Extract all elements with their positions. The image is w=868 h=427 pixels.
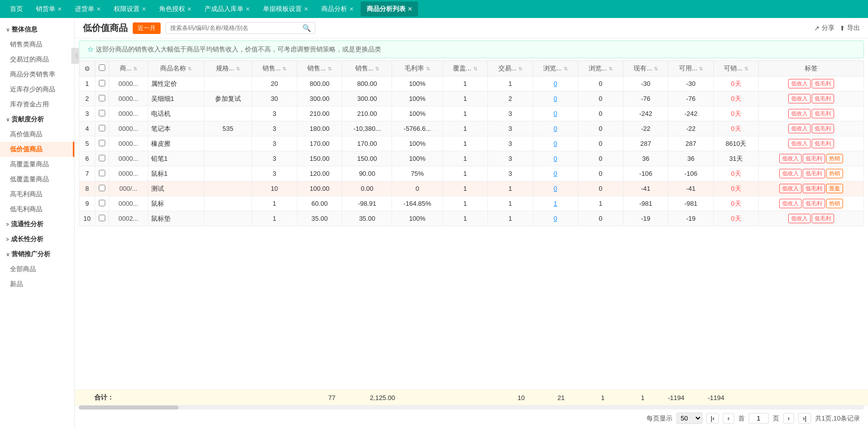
cell-checkbox[interactable] xyxy=(95,136,109,151)
col-gear[interactable]: ⚙ xyxy=(79,61,95,76)
nav-permission-close[interactable]: ✕ xyxy=(142,6,146,12)
browse1-link[interactable]: 0 xyxy=(554,95,557,102)
sidebar-item-stock-fund[interactable]: 库存资金占用 xyxy=(0,97,74,112)
cell-checkbox[interactable] xyxy=(95,181,109,196)
cell-browse1[interactable]: 0 xyxy=(533,181,578,196)
col-sales-amount[interactable]: 销售... ⇅ xyxy=(297,61,342,76)
row-checkbox[interactable] xyxy=(99,185,105,191)
last-page-button[interactable]: ›| xyxy=(798,413,811,424)
cell-checkbox[interactable] xyxy=(95,106,109,121)
search-icon[interactable]: 🔍 xyxy=(302,24,311,32)
sidebar-item-low-coverage[interactable]: 低覆盖量商品 xyxy=(0,172,74,187)
sidebar-item-high-coverage[interactable]: 高覆盖量商品 xyxy=(0,157,74,172)
sidebar-toggle[interactable]: 《 xyxy=(71,48,79,64)
row-checkbox[interactable] xyxy=(99,125,105,131)
col-margin[interactable]: 毛利率 ⇅ xyxy=(392,61,442,76)
cell-browse1[interactable]: 0 xyxy=(533,91,578,106)
cell-checkbox[interactable] xyxy=(95,121,109,136)
cell-browse1[interactable]: 0 xyxy=(533,166,578,181)
sidebar-section-marketing[interactable]: ∨ 营销推广分析 xyxy=(0,247,74,262)
sidebar-item-traded[interactable]: 交易过的商品 xyxy=(0,52,74,67)
row-checkbox[interactable] xyxy=(99,80,105,86)
cell-browse1[interactable]: 0 xyxy=(533,106,578,121)
browse1-link[interactable]: 0 xyxy=(554,215,557,222)
nav-analysis-list-close[interactable]: ✕ xyxy=(408,6,412,12)
nav-analysis-list[interactable]: 商品分析列表 ✕ xyxy=(361,1,418,16)
scrollbar-track[interactable] xyxy=(79,406,864,410)
browse1-link[interactable]: 0 xyxy=(554,80,557,87)
sidebar-item-high-margin[interactable]: 高毛利商品 xyxy=(0,187,74,202)
browse1-link[interactable]: 0 xyxy=(554,125,557,132)
scrollbar-thumb[interactable] xyxy=(79,406,179,410)
cell-checkbox[interactable] xyxy=(95,91,109,106)
share-button[interactable]: ↗ 分享 xyxy=(814,23,835,32)
next-page-button[interactable]: › xyxy=(783,413,794,424)
cell-browse1[interactable]: 1 xyxy=(533,196,578,211)
period-button[interactable]: 近一月 xyxy=(133,22,161,34)
nav-sales[interactable]: 销货单 ✕ xyxy=(30,1,68,16)
sidebar-section-contribution[interactable]: ∨ 贡献度分析 xyxy=(0,112,74,127)
col-coverage[interactable]: 覆盖... ⇅ xyxy=(442,61,488,76)
nav-sales-close[interactable]: ✕ xyxy=(57,6,62,12)
cell-browse1[interactable]: 0 xyxy=(533,136,578,151)
sidebar-item-low-stock[interactable]: 近库存少的商品 xyxy=(0,82,74,97)
row-checkbox[interactable] xyxy=(99,155,105,161)
cell-checkbox[interactable] xyxy=(95,151,109,166)
col-checkbox[interactable] xyxy=(95,61,109,76)
row-checkbox[interactable] xyxy=(99,110,105,116)
browse1-link[interactable]: 0 xyxy=(554,155,557,162)
select-all-checkbox[interactable] xyxy=(99,64,105,71)
row-checkbox[interactable] xyxy=(99,95,105,101)
sidebar-item-low-margin[interactable]: 低毛利商品 xyxy=(0,202,74,217)
browse1-link[interactable]: 0 xyxy=(554,140,557,147)
table-wrapper[interactable]: ⚙ 商... ⇅ 商品名称 ⇅ 规格... ⇅ 销售... ⇅ 销售... ⇅ … xyxy=(75,60,868,390)
col-name[interactable]: 商品名称 ⇅ xyxy=(148,61,204,76)
row-checkbox[interactable] xyxy=(99,140,105,146)
row-checkbox[interactable] xyxy=(99,215,105,221)
sidebar-item-all-products[interactable]: 全部商品 xyxy=(0,262,74,277)
nav-role-close[interactable]: ✕ xyxy=(187,6,192,12)
col-browse1[interactable]: 浏览... ⇅ xyxy=(533,61,578,76)
per-page-select[interactable]: 50 100 xyxy=(676,413,702,424)
nav-permission[interactable]: 权限设置 ✕ xyxy=(108,1,152,16)
nav-home[interactable]: 首页 xyxy=(4,1,29,16)
nav-template-close[interactable]: ✕ xyxy=(304,6,308,12)
col-sales-qty[interactable]: 销售... ⇅ xyxy=(252,61,297,76)
nav-role[interactable]: 角色授权 ✕ xyxy=(153,1,198,16)
nav-warehouse-close[interactable]: ✕ xyxy=(245,6,250,12)
nav-analysis[interactable]: 商品分析 ✕ xyxy=(315,1,360,16)
col-sales-profit[interactable]: 销售... ⇅ xyxy=(342,61,392,76)
cell-checkbox[interactable] xyxy=(95,196,109,211)
nav-warehouse[interactable]: 产成品入库单 ✕ xyxy=(199,1,256,16)
first-page-button[interactable]: |‹ xyxy=(706,413,719,424)
col-browse2[interactable]: 浏览... ⇅ xyxy=(578,61,624,76)
nav-purchase[interactable]: 进货单 ✕ xyxy=(69,1,107,16)
nav-analysis-close[interactable]: ✕ xyxy=(349,6,354,12)
search-input[interactable] xyxy=(170,24,300,31)
sidebar-item-new-products[interactable]: 新品 xyxy=(0,277,74,292)
row-checkbox[interactable] xyxy=(99,200,105,206)
sidebar-item-category-rate[interactable]: 商品分类销售率 xyxy=(0,67,74,82)
col-available[interactable]: 可用... ⇅ xyxy=(668,61,714,76)
browse1-link[interactable]: 0 xyxy=(554,170,557,177)
export-button[interactable]: ⬆ 导出 xyxy=(840,23,860,32)
browse1-link[interactable]: 0 xyxy=(554,110,557,117)
sidebar-section-overview[interactable]: ∨ 整体信息 xyxy=(0,22,74,37)
col-saleable[interactable]: 可销... ⇅ xyxy=(713,61,759,76)
cell-browse1[interactable]: 0 xyxy=(533,121,578,136)
sidebar-item-low-value[interactable]: 低价值商品 xyxy=(0,142,74,157)
cell-checkbox[interactable] xyxy=(95,211,109,226)
sidebar-section-flow[interactable]: > 流通性分析 xyxy=(0,217,74,232)
cell-browse1[interactable]: 0 xyxy=(533,151,578,166)
col-tags[interactable]: 标签 xyxy=(759,61,864,76)
cell-checkbox[interactable] xyxy=(95,166,109,181)
browse1-link[interactable]: 1 xyxy=(554,200,557,207)
col-spec[interactable]: 规格... ⇅ xyxy=(204,61,252,76)
nav-purchase-close[interactable]: ✕ xyxy=(96,6,101,12)
cell-checkbox[interactable] xyxy=(95,76,109,91)
page-input[interactable] xyxy=(749,413,769,424)
prev-page-button[interactable]: ‹ xyxy=(723,413,734,424)
sidebar-item-high-value[interactable]: 高价值商品 xyxy=(0,127,74,142)
sidebar-item-sales-products[interactable]: 销售类商品 xyxy=(0,37,74,52)
browse1-link[interactable]: 0 xyxy=(554,185,557,192)
